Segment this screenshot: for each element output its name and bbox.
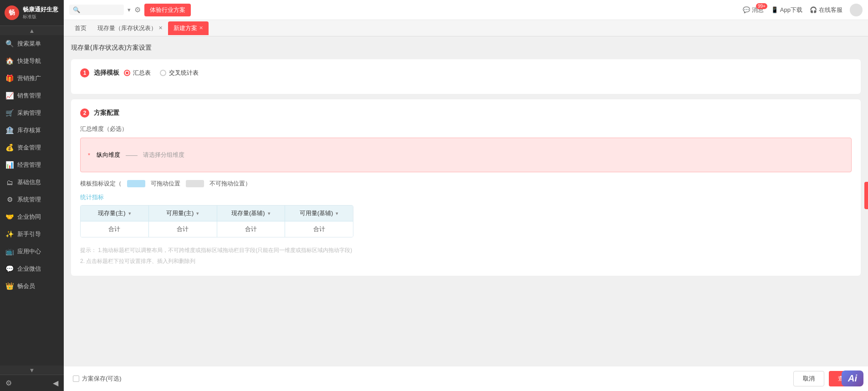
fixed-badge: [186, 180, 204, 187]
col-chevron-3: ▾: [336, 211, 338, 216]
sidebar-item-finance[interactable]: 💰 资金管理: [0, 139, 64, 156]
sidebar-label-management: 经营管理: [17, 161, 41, 169]
app-label: App下载: [780, 6, 802, 14]
tips-section: 提示： 1.拖动标题栏可以调整布局，不可跨维度或指标区域拖动栏目字段(只能在同一…: [80, 245, 852, 267]
message-btn[interactable]: 💬 消息 99+: [743, 6, 764, 14]
search-input[interactable]: [82, 7, 118, 13]
guide-icon: ✨: [5, 230, 14, 238]
topbar-right: 💬 消息 99+ 📱 App下载 🎧 在线客服: [743, 4, 863, 16]
tab-new-plan[interactable]: 新建方案 ✕: [168, 21, 209, 35]
radio-summary[interactable]: 汇总表: [124, 69, 151, 77]
logo-text: 畅康通好生意 标准版: [23, 6, 58, 20]
trial-btn[interactable]: 体验行业方案: [144, 4, 191, 16]
sidebar-item-collab[interactable]: 🤝 企业协同: [0, 208, 64, 226]
topbar: 🔍 ▾ ⚙ 体验行业方案 💬 消息 99+ 📱 App下载 🎧 在线客服: [64, 0, 868, 20]
cell-1: 合计: [149, 221, 217, 237]
tab-inventory-label: 现存量（库存状况表）: [97, 24, 157, 32]
required-mark: *: [88, 152, 90, 159]
collapse-icon[interactable]: ◀: [53, 379, 58, 387]
stats-table-body: 合计 合计 合计 合计: [81, 221, 353, 237]
sidebar-item-purchase[interactable]: 🛒 采购管理: [0, 104, 64, 122]
indicator-fixed-label: 不可拖动位置）: [209, 180, 251, 188]
stats-section-label: 统计指标: [80, 193, 852, 201]
step2-card: 2 方案配置 汇总维度（必选） * 纵向维度 —— 请选择分组维度 模板指标设定…: [71, 99, 861, 276]
apps-icon: 📺: [5, 247, 14, 256]
tab-new-plan-close[interactable]: ✕: [199, 25, 203, 31]
sidebar-label-system: 系统管理: [17, 196, 41, 204]
service-icon: 🎧: [810, 6, 817, 13]
vertical-dim-label: 纵向维度: [97, 151, 120, 159]
sidebar-scroll-down[interactable]: ▼: [0, 365, 64, 375]
basic-icon: 🗂: [5, 178, 14, 186]
sidebar-item-inventory[interactable]: 🏦 库存核算: [0, 122, 64, 139]
sidebar-item-management[interactable]: 📊 经营管理: [0, 156, 64, 174]
col-chevron-2: ▾: [268, 211, 271, 216]
settings-icon[interactable]: ⚙: [5, 379, 12, 387]
sidebar-item-sales[interactable]: 📈 销售管理: [0, 87, 64, 104]
sales-icon: 📈: [5, 92, 14, 100]
col-header-3[interactable]: 可用量(基辅) ▾: [285, 206, 353, 221]
template-radio-group: 汇总表 交叉统计表: [124, 69, 199, 77]
col-header-2[interactable]: 现存量(基辅) ▾: [217, 206, 286, 221]
sidebar-label-search: 搜索菜单: [17, 40, 41, 48]
sidebar-item-marketing[interactable]: 🎁 营销推广: [0, 70, 64, 87]
cancel-button[interactable]: 取消: [793, 371, 824, 386]
save-label: 方案保存(可选): [82, 375, 122, 383]
sidebar-item-wechat[interactable]: 💬 企业微信: [0, 260, 64, 278]
step1-header: 1 选择模板 汇总表 交叉统计表: [80, 68, 852, 77]
step1-num: 1: [80, 68, 89, 77]
tab-inventory[interactable]: 现存量（库存状况表） ✕: [92, 21, 168, 35]
main-area: 🔍 ▾ ⚙ 体验行业方案 💬 消息 99+ 📱 App下载 🎧 在线客服: [64, 0, 868, 391]
sidebar-label-inventory: 库存核算: [17, 126, 41, 134]
tab-home[interactable]: 首页: [69, 21, 92, 35]
tab-inventory-close[interactable]: ✕: [158, 25, 163, 31]
radio-cross-dot: [160, 70, 166, 76]
sidebar-item-nav[interactable]: 🏠 快捷导航: [0, 52, 64, 70]
sidebar-item-member[interactable]: 👑 畅会员: [0, 278, 64, 295]
dim-placeholder: 请选择分组维度: [143, 151, 184, 159]
tips-title: 提示： 1.拖动标题栏可以调整布局，不可跨维度或指标区域拖动栏目字段(只能在同一…: [80, 245, 852, 256]
sidebar-label-nav: 快捷导航: [17, 57, 41, 65]
sidebar-label-collab: 企业协同: [17, 213, 41, 221]
save-option[interactable]: 方案保存(可选): [73, 375, 122, 383]
message-icon: 💬: [743, 6, 750, 13]
col-header-1[interactable]: 可用量(主) ▾: [149, 206, 217, 221]
service-label: 在线客服: [819, 6, 842, 14]
ai-badge[interactable]: Ai: [842, 370, 863, 386]
sidebar-item-apps[interactable]: 📺 应用中心: [0, 243, 64, 260]
search-chevron-icon[interactable]: ▾: [128, 6, 131, 13]
tab-home-label: 首页: [75, 24, 87, 32]
management-icon: 📊: [5, 161, 14, 169]
home-icon: 🏠: [5, 57, 14, 65]
sidebar-item-guide[interactable]: ✨ 新手引导: [0, 226, 64, 243]
wechat-icon: 💬: [5, 265, 14, 273]
page-title: 现存量(库存状况表)方案设置: [71, 44, 861, 52]
radio-cross[interactable]: 交叉统计表: [160, 69, 199, 77]
col-label-3: 可用量(基辅): [300, 209, 333, 217]
dimension-area[interactable]: * 纵向维度 —— 请选择分组维度: [80, 138, 852, 172]
col-chevron-1: ▾: [196, 211, 199, 216]
sidebar-item-basic[interactable]: 🗂 基础信息: [0, 174, 64, 191]
sidebar-item-search[interactable]: 🔍 搜索菜单: [0, 35, 64, 52]
save-checkbox[interactable]: [73, 376, 79, 382]
sidebar-nav: 🔍 搜索菜单 🏠 快捷导航 🎁 营销推广 📈 销售管理 🛒 采购管理 🏦 库存核…: [0, 35, 64, 365]
tabbar: 首页 现存量（库存状况表） ✕ 新建方案 ✕: [64, 20, 868, 36]
cell-2: 合计: [217, 221, 286, 237]
sidebar-label-purchase: 采购管理: [17, 109, 41, 117]
topbar-gear-icon[interactable]: ⚙: [134, 5, 141, 14]
app-download-btn[interactable]: 📱 App下载: [771, 6, 802, 14]
user-avatar[interactable]: [850, 4, 863, 16]
stats-table: 现存量(主) ▾ 可用量(主) ▾ 现存量(基辅) ▾ 可用量(基辅) ▾: [80, 205, 353, 237]
topbar-left: 🔍 ▾ ⚙ 体验行业方案: [69, 4, 191, 16]
inventory-icon: 🏦: [5, 126, 14, 134]
sidebar-item-system[interactable]: ⚙ 系统管理: [0, 191, 64, 208]
col-header-0[interactable]: 现存量(主) ▾: [81, 206, 149, 221]
sidebar-scroll-up[interactable]: ▲: [0, 26, 64, 35]
service-btn[interactable]: 🎧 在线客服: [810, 6, 842, 14]
sidebar-label-sales: 销售管理: [17, 92, 41, 100]
step1-card: 1 选择模板 汇总表 交叉统计表: [71, 59, 861, 94]
search-icon-topbar: 🔍: [73, 6, 80, 13]
app-version: 标准版: [23, 14, 58, 20]
col-label-2: 现存量(基辅): [231, 209, 265, 217]
dash: ——: [126, 152, 138, 159]
